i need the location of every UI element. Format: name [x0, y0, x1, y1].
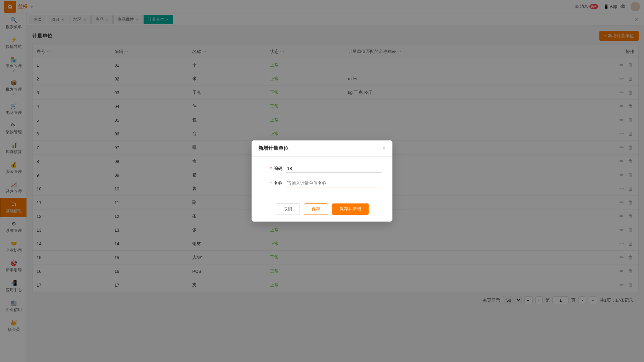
modal-header: 新增计量单位 × [252, 140, 392, 157]
code-required-mark: * [270, 166, 272, 171]
modal-footer: 取消 保存 保存并新增 [252, 199, 392, 222]
save-and-new-button[interactable]: 保存并新增 [332, 203, 369, 215]
code-label-text: 编码 [274, 166, 282, 171]
modal-body: * 编码 * 名称 [252, 157, 392, 199]
name-required-mark: * [270, 181, 272, 186]
modal-overlay[interactable]: 新增计量单位 × * 编码 * 名称 取消 保存 保存并新增 [0, 0, 644, 362]
add-unit-modal: 新增计量单位 × * 编码 * 名称 取消 保存 保存并新增 [252, 140, 392, 222]
code-row: * 编码 [262, 165, 382, 173]
code-label: * 编码 [262, 166, 282, 172]
name-input[interactable] [286, 179, 382, 187]
save-button[interactable]: 保存 [304, 203, 328, 215]
code-input[interactable] [286, 165, 382, 173]
name-row: * 名称 [262, 179, 382, 187]
name-label: * 名称 [262, 180, 282, 186]
modal-title: 新增计量单位 [258, 145, 288, 152]
name-label-text: 名称 [274, 181, 282, 186]
modal-close-button[interactable]: × [382, 145, 386, 152]
cancel-button[interactable]: 取消 [276, 203, 300, 215]
